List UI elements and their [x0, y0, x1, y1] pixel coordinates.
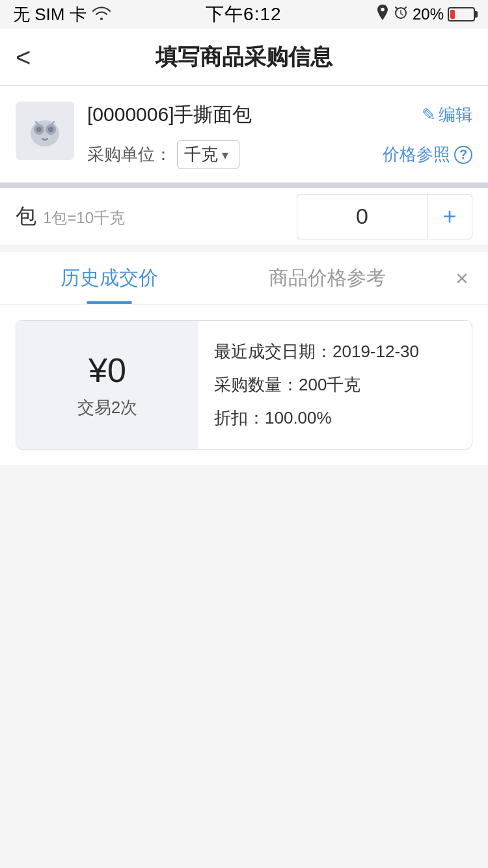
discount-label: 折扣：	[214, 408, 265, 427]
tab-section: 历史成交价 商品价格参考 × ¥0 交易2次 最近成交日期：2019-12-30…	[0, 252, 488, 465]
purchase-quantity-value: 200千克	[299, 375, 360, 394]
product-image	[16, 102, 74, 160]
product-unit-row: 采购单位： 千克 ▾ 价格参照 ?	[87, 140, 472, 169]
svg-point-4	[36, 127, 42, 132]
quantity-row: 包 1包=10千克 0 +	[0, 188, 488, 245]
latest-date-value: 2019-12-30	[332, 342, 419, 361]
history-content: ¥0 交易2次 最近成交日期：2019-12-30 采购数量：200千克 折扣：…	[0, 305, 488, 465]
tab-close-button[interactable]: ×	[436, 252, 488, 304]
quantity-label-group: 包 1包=10千克	[16, 202, 125, 231]
product-card: [0000006]手撕面包 ✎ 编辑 采购单位： 千克 ▾ 价格参照 ?	[0, 86, 488, 183]
price-trade-count: 交易2次	[77, 396, 137, 419]
quantity-conversion-label: 1包=10千克	[43, 208, 125, 228]
tab-price-ref-label: 商品价格参考	[269, 265, 386, 292]
price-card: ¥0 交易2次 最近成交日期：2019-12-30 采购数量：200千克 折扣：…	[16, 320, 472, 450]
product-logo	[24, 110, 66, 152]
battery-icon	[448, 7, 475, 21]
status-bar: 无 SIM 卡 下午6:12 20%	[0, 0, 488, 29]
help-icon: ?	[454, 146, 472, 164]
main-background	[0, 465, 488, 791]
price-card-left: ¥0 交易2次	[16, 321, 198, 449]
edit-icon: ✎	[422, 105, 436, 125]
back-button[interactable]: <	[16, 44, 31, 70]
quantity-plus-button[interactable]: +	[427, 194, 472, 239]
svg-point-1	[31, 120, 59, 146]
product-name: [0000006]手撕面包	[87, 102, 252, 128]
location-icon	[376, 5, 389, 24]
edit-label: 编辑	[439, 103, 472, 126]
status-left: 无 SIM 卡	[13, 3, 111, 26]
unit-value: 千克	[184, 143, 218, 166]
price-ref-label: 价格参照	[383, 143, 450, 166]
wifi-icon	[92, 5, 111, 25]
price-card-right: 最近成交日期：2019-12-30 采购数量：200千克 折扣：100.00%	[198, 321, 472, 449]
discount-value: 100.00%	[265, 408, 332, 427]
price-ref-button[interactable]: 价格参照 ?	[383, 143, 472, 166]
edit-button[interactable]: ✎ 编辑	[422, 103, 472, 126]
product-header: [0000006]手撕面包 ✎ 编辑 采购单位： 千克 ▾ 价格参照 ?	[16, 102, 472, 169]
latest-date-row: 最近成交日期：2019-12-30	[214, 339, 456, 364]
tab-product-price-ref[interactable]: 商品价格参考	[218, 252, 436, 304]
unit-label: 采购单位：	[87, 143, 172, 166]
product-top-row: [0000006]手撕面包 ✎ 编辑	[87, 102, 472, 128]
unit-select[interactable]: 千克 ▾	[177, 140, 239, 169]
battery-percent: 20%	[413, 5, 444, 23]
carrier-label: 无 SIM 卡	[13, 3, 87, 26]
status-right: 20%	[376, 5, 475, 24]
purchase-quantity-label: 采购数量：	[214, 375, 299, 394]
product-info: [0000006]手撕面包 ✎ 编辑 采购单位： 千克 ▾ 价格参照 ?	[87, 102, 472, 169]
tab-history-label: 历史成交价	[61, 265, 158, 292]
scroll-indicator	[0, 183, 488, 188]
purchase-quantity-row: 采购数量：200千克	[214, 372, 456, 398]
svg-point-5	[48, 127, 53, 132]
latest-date-label: 最近成交日期：	[214, 342, 332, 361]
quantity-input[interactable]: 0	[297, 194, 427, 239]
unit-dropdown-arrow: ▾	[222, 147, 228, 163]
quantity-input-group: 0 +	[297, 194, 472, 239]
alarm-icon	[393, 5, 409, 24]
tab-history-price[interactable]: 历史成交价	[0, 252, 218, 304]
nav-bar: < 填写商品采购信息	[0, 29, 488, 86]
page-title: 填写商品采购信息	[156, 42, 332, 72]
time-label: 下午6:12	[206, 2, 282, 27]
discount-row: 折扣：100.00%	[214, 405, 456, 431]
tab-bar: 历史成交价 商品价格参考 ×	[0, 252, 488, 305]
price-amount: ¥0	[88, 351, 126, 390]
quantity-unit-label: 包	[16, 202, 36, 231]
